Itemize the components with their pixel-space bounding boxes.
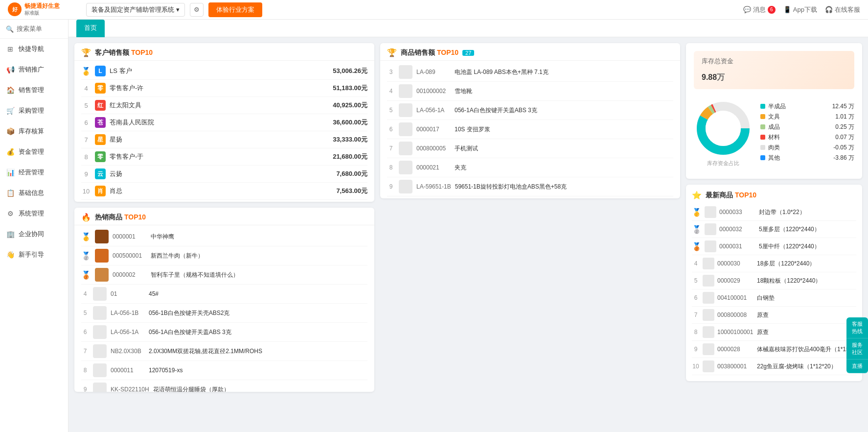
inventory-card: 库存总资金 9.88万 [686,43,862,179]
hot-products-title: 热销商品TOP10 [95,213,146,222]
float-btn-customer-service[interactable]: 客服 热线 [846,317,868,338]
list-item: 🥉 0000031 5厘中纤（1220*2440） [692,238,856,255]
sidebar-item-sales[interactable]: 🏠 销售管理 [0,80,68,100]
sidebar-item-inventory[interactable]: 📦 库存核算 [0,121,68,142]
customer-name: 星扬 [110,135,329,144]
legend-name: 半成品 [768,102,829,111]
product-code: 001000002 [416,88,451,95]
product-image [703,258,714,269]
rank-num: 8 [692,329,700,336]
product-image [93,383,107,392]
legend-value: -3.86 万 [833,154,854,162]
middle-column: 🏆 商品销售额TOP10 27 3 LA-089 电池盖 LA-089 ABS本… [380,43,680,392]
list-item: 4 0000030 18多层（1220*2440） [692,255,856,272]
product-code: 000800005 [416,145,451,152]
rank-num: 8 [387,164,395,171]
sidebar: 🔍 搜索菜单 ⊞ 快捷导航 📢 营销推广 🏠 销售管理 🛒 采购管理 📦 库存核… [0,20,69,432]
product-name: 电池盖 LA-089 ABS本色+黑种 7.1克 [455,68,673,76]
list-item: 9 LA-59651-1B 59651-1B旋转投影灯电池盒ABS黑色+58克 [387,177,673,196]
operations-icon: 📊 [6,168,15,177]
sidebar-item-label: 经营管理 [19,168,44,177]
sidebar-item-label: 快捷导航 [19,45,44,53]
rank-num: 9 [387,183,395,190]
float-buttons: 客服 热线 服务 社区 直播 [846,317,868,373]
product-code: 0000031 [719,243,756,250]
product-image [703,343,714,355]
table-row: 7 星 星扬 33,333.00元 [81,131,367,148]
float-btn-service-community[interactable]: 服务 社区 [846,338,868,360]
sidebar-item-purchase[interactable]: 🛒 采购管理 [0,100,68,121]
list-item: 5 LA-056-1A 056-1A白色按键开关盖ABS 3克 [387,101,673,120]
product-image [93,344,107,358]
sidebar-item-operations[interactable]: 📊 经营管理 [0,162,68,183]
headset-icon: 🎧 [825,6,833,13]
sidebar-item-basic-info[interactable]: 📋 基础信息 [0,183,68,203]
list-item: 7 000800008 原查 [692,307,856,324]
table-row: 4 零 零售客户-许 51,183.00元 [81,80,367,97]
table-row: 6 苍 苍南县人民医院 36,600.00元 [81,114,367,131]
system-selector[interactable]: 装备及固定资产辅助管理系统 ▾ [86,3,185,17]
page-tabs: 首页 [69,20,868,37]
legend-value: 1.01 万 [835,113,854,121]
app-download-button[interactable]: 📱 App下载 [783,5,817,14]
product-image [95,268,109,282]
list-item: 🥇 0000001 中华神鹰 [81,227,367,246]
customer-badge: 零 [95,83,106,94]
list-item: 4 001000002 雪地靴 [387,82,673,101]
rank-num: 4 [81,85,91,92]
inventory-legend: 半成品 12.45 万 文具 1.01 万 成品 0 [760,102,854,164]
sidebar-item-quick-nav[interactable]: ⊞ 快捷导航 [0,39,68,59]
search-menu-item[interactable]: 🔍 搜索菜单 [0,20,68,39]
message-button[interactable]: 💬 消息 6 [743,5,776,14]
customer-badge: 星 [95,134,106,145]
trial-button[interactable]: 体验行业方案 [208,2,262,17]
table-row: 🥇 L LS 客户 53,006.26元 [81,63,367,80]
legend-dot [760,124,765,129]
donut-chart [694,99,753,158]
sidebar-item-finance[interactable]: 💰 资金管理 [0,142,68,162]
product-image [703,360,714,372]
main-layout: 🔍 搜索菜单 ⊞ 快捷导航 📢 营销推广 🏠 销售管理 🛒 采购管理 📦 库存核… [0,20,868,398]
rank-num: 8 [81,153,91,161]
product-name: 雪地靴 [455,87,673,96]
product-name: 花语萌恒温分腿睡袋（厚款） [153,385,367,392]
sidebar-item-system[interactable]: ⚙ 系统管理 [0,203,68,224]
newest-products-card: ⭐ 最新商品TOP10 🥇 0000033 封边带（1.0*22） 🥈 0000… [686,185,862,381]
legend-dot [760,145,765,150]
list-item: 9 KK-SD22110H 花语萌恒温分腿睡袋（厚款） [81,380,367,392]
inventory-value: 9.88 [702,73,717,81]
product-code: 0000002 [113,271,147,278]
product-name: 056-1B白色按键开关壳ABS2克 [149,309,367,317]
sidebar-item-enterprise[interactable]: 🏢 企业协同 [0,224,68,244]
customer-amount: 33,333.00元 [333,135,367,144]
sidebar-item-marketing[interactable]: 📢 营销推广 [0,59,68,80]
product-code: 000500001 [113,252,147,259]
product-image [399,161,412,174]
float-btn-live[interactable]: 直播 [846,360,868,373]
hot-products-header: 🔥 热销商品TOP10 [74,208,374,225]
online-service-button[interactable]: 🎧 在线客服 [825,5,860,14]
header-center: 装备及固定资产辅助管理系统 ▾ ⚙ 体验行业方案 [76,2,743,17]
rank-num: 5 [81,102,91,109]
customer-amount: 36,600.00元 [333,118,367,127]
trophy-icon: 🏆 [81,48,91,57]
product-image [399,180,412,193]
fire-icon: 🔥 [81,213,91,222]
basic-info-icon: 📋 [6,189,15,197]
rank-num: 6 [81,329,89,336]
legend-name: 成品 [768,123,832,131]
gear-button[interactable]: ⚙ [190,3,204,17]
rank-num: 10 [692,363,700,370]
rank-num: 4 [81,290,89,297]
main-content: 🏆 客户销售额TOP10 🥇 L LS 客户 53,006.26元 [69,37,868,398]
sidebar-item-newbie[interactable]: 👋 新手引导 [0,244,68,265]
inventory-header: 库存总资金 9.88万 [694,51,854,89]
tab-home[interactable]: 首页 [76,20,105,37]
legend-dot [760,135,765,140]
list-item: 🥇 0000033 封边带（1.0*22） [692,204,856,221]
customer-badge: 肖 [95,186,106,196]
product-image [703,275,714,287]
message-icon: 💬 [743,6,751,13]
product-name: 22g鱼豆腐-烧烤味（1*12*20） [757,362,856,371]
list-item: 6 004100001 白钢垫 [692,289,856,307]
